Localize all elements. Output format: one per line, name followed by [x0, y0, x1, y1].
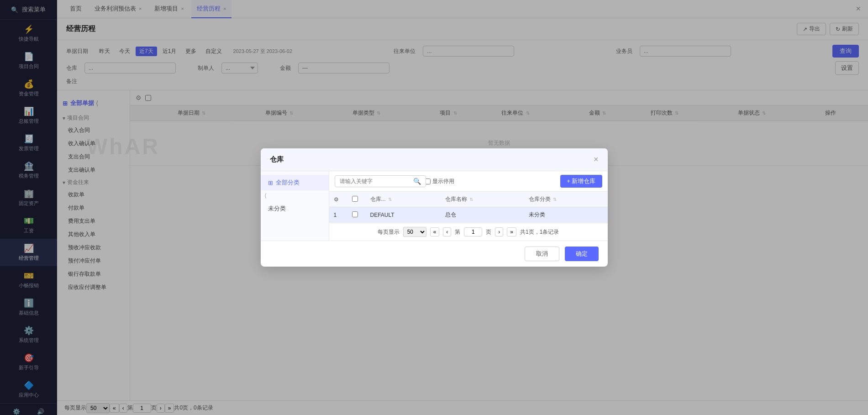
modal-row-checkbox[interactable]: [347, 207, 366, 223]
modal-prev-page[interactable]: ‹: [443, 227, 451, 236]
modal-table: ⚙ 仓库... ⇅ 仓库名称 ⇅ 仓库分类 ⇅ 1 DEFA: [329, 192, 608, 223]
modal-col-checkbox: [347, 192, 366, 207]
modal-col-name[interactable]: 仓库名称 ⇅: [441, 192, 524, 207]
modal-overlay: 仓库 × ⊞ 全部分类 ⟨ 未分类 🔍: [0, 0, 868, 415]
warehouse-modal: 仓库 × ⊞ 全部分类 ⟨ 未分类 🔍: [261, 148, 608, 267]
grid-icon-modal: ⊞: [268, 179, 273, 186]
modal-select-all[interactable]: [352, 196, 358, 202]
modal-page-unit: 页: [486, 228, 491, 236]
modal-header: 仓库 ×: [261, 148, 608, 171]
modal-body: ⊞ 全部分类 ⟨ 未分类 🔍 显示停用: [261, 171, 608, 241]
modal-close-icon[interactable]: ×: [594, 155, 599, 164]
modal-row-index: 1: [329, 207, 347, 223]
modal-table-body: 1 DEFAULT 总仓 未分类: [329, 207, 608, 223]
modal-right-panel: 🔍 显示停用 + 新增仓库 ⚙ 仓库... ⇅: [329, 171, 608, 241]
confirm-button[interactable]: 确定: [565, 247, 599, 261]
modal-page-size-label: 每页显示: [378, 228, 400, 236]
modal-left-uncategorized-label: 未分类: [268, 205, 286, 213]
modal-collapse-btn[interactable]: ⟨: [261, 190, 270, 201]
modal-page-input[interactable]: [464, 227, 482, 236]
modal-row-category: 未分类: [524, 207, 608, 223]
modal-title: 仓库: [270, 155, 284, 164]
modal-row-code: DEFAULT: [366, 207, 441, 223]
modal-table-wrap: ⚙ 仓库... ⇅ 仓库名称 ⇅ 仓库分类 ⇅ 1 DEFA: [329, 192, 608, 223]
modal-next-page[interactable]: ›: [495, 227, 503, 236]
modal-col-settings[interactable]: ⚙: [329, 192, 347, 207]
table-row[interactable]: 1 DEFAULT 总仓 未分类: [329, 207, 608, 223]
modal-table-header: ⚙ 仓库... ⇅ 仓库名称 ⇅ 仓库分类 ⇅: [329, 192, 608, 207]
modal-left-uncategorized[interactable]: 未分类: [261, 201, 329, 216]
cancel-button[interactable]: 取消: [525, 247, 559, 261]
modal-page-size-select[interactable]: 50 10 20 100: [403, 227, 426, 237]
modal-page-label: 第: [455, 228, 460, 236]
modal-last-page[interactable]: »: [507, 227, 516, 236]
modal-col-code[interactable]: 仓库... ⇅: [366, 192, 441, 207]
show-disabled-label[interactable]: 显示停用: [425, 178, 454, 185]
modal-total-info: 共1页，1条记录: [520, 228, 559, 236]
modal-left-all-label: 全部分类: [276, 179, 300, 187]
modal-actions: 取消 确定: [261, 241, 608, 267]
modal-left-all-categories[interactable]: ⊞ 全部分类: [261, 175, 329, 190]
modal-col-category[interactable]: 仓库分类 ⇅: [524, 192, 608, 207]
modal-toolbar: 🔍 显示停用 + 新增仓库: [329, 171, 608, 192]
modal-footer-bar: 每页显示 50 10 20 100 « ‹ 第 页 › » 共1页，1条记录: [329, 223, 608, 241]
modal-left-panel: ⊞ 全部分类 ⟨ 未分类: [261, 171, 329, 241]
add-warehouse-button[interactable]: + 新增仓库: [560, 175, 602, 188]
modal-row-name: 总仓: [441, 207, 524, 223]
modal-search-input[interactable]: [335, 175, 426, 187]
modal-search-button[interactable]: 🔍: [413, 178, 421, 185]
modal-first-page[interactable]: «: [430, 227, 440, 236]
